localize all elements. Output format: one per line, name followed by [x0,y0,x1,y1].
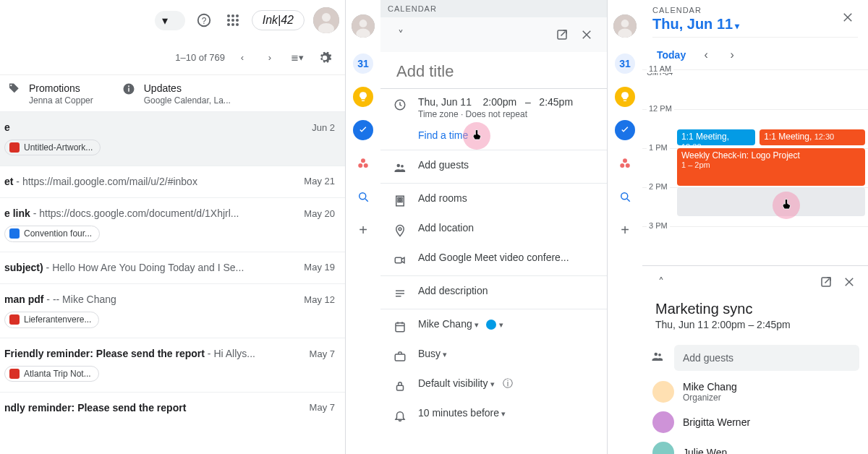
add-location-row[interactable]: Add location [380,215,607,244]
svg-point-60 [655,353,658,356]
tasks-rail-icon[interactable] [615,120,635,140]
cloud-search-rail-icon[interactable] [353,187,373,207]
find-a-time-link[interactable]: Find a time [418,129,468,141]
asana-rail-icon[interactable] [615,153,635,174]
prev-page-icon[interactable]: ‹ [232,48,252,68]
event-block[interactable]: 1:1 Meeting, 12:30p [677,129,755,145]
email-row[interactable]: ndly reminder: Please send the report Ma… [0,392,345,424]
gmail-top-bar: ▾ ? Ink|42 [0,0,345,40]
svg-line-54 [627,199,630,202]
add-rooms-row[interactable]: Add rooms [380,185,607,215]
date-picker[interactable]: Thu, Jun 11 [652,16,739,33]
add-rail-icon[interactable]: + [615,220,635,240]
popout-icon[interactable] [552,25,572,45]
calendar-rail-icon[interactable]: 31 [353,53,373,74]
event-title[interactable]: Marketing sync [642,298,868,317]
email-row[interactable]: et - https://mail.google.com/mail/u/2/#i… [0,166,345,198]
collapse-icon[interactable]: ˄ [651,272,671,292]
people-icon [392,159,408,174]
calendar-rail-icon[interactable]: 31 [615,53,635,74]
svg-point-6 [231,19,234,22]
rooms-icon [392,192,408,207]
email-row[interactable]: e link - https://docs.google.com/documen… [0,197,345,252]
help-icon[interactable]: ? [194,10,214,30]
user-avatar[interactable] [313,7,339,33]
guest-row[interactable]: Mike ChangOrganizer [642,377,868,407]
email-row[interactable]: man pdf - -- Mike Chang May 12 Lieferant… [0,283,345,338]
new-event-drag[interactable] [677,187,865,216]
svg-point-4 [236,14,239,17]
attachment-chip[interactable]: Convention four... [4,226,100,242]
email-row[interactable]: subject) - Hello How Are You Doing Today… [0,252,345,284]
today-button[interactable]: Today [652,48,690,62]
calendar-color-dot[interactable] [486,320,496,330]
attachment-chip[interactable]: Atlanta Trip Not... [4,366,99,382]
inbox-tabs: Promotions Jenna at Copper Updates Googl… [0,75,345,111]
next-page-icon[interactable]: › [260,48,280,68]
rail-avatar[interactable] [613,14,637,38]
close-icon[interactable] [839,272,859,292]
add-guests-input[interactable]: Add guests [674,345,859,371]
svg-point-21 [358,163,362,168]
keep-rail-icon[interactable] [353,87,373,107]
email-row[interactable]: Friendly reminder: Please send the repor… [0,338,345,392]
notification-row[interactable]: 10 minutes before [380,400,607,429]
svg-point-61 [658,354,661,356]
guest-row[interactable]: Brigitta Werner [642,407,868,437]
location-icon [392,222,408,237]
settings-gear-icon[interactable] [315,48,335,68]
apps-grid-icon[interactable] [223,10,243,30]
add-guests-row[interactable]: Add guests [380,152,607,181]
close-icon[interactable] [838,7,858,27]
svg-point-53 [621,193,628,200]
popout-icon[interactable] [816,272,836,292]
tab-promotions[interactable]: Promotions Jenna at Copper [7,82,93,106]
svg-point-3 [231,14,234,17]
event-block[interactable]: Weekly Check-in: Logo Project1 – 2pm [677,148,865,186]
svg-rect-34 [398,200,399,202]
add-meet-row[interactable]: Add Google Meet video confere... [380,244,607,274]
side-panel-label: CALENDAR [388,4,437,13]
add-rail-icon[interactable]: + [353,220,373,240]
keep-rail-icon[interactable] [615,87,635,107]
next-day-icon[interactable]: › [722,45,742,65]
density-icon[interactable]: ≣▾ [287,48,307,68]
svg-point-23 [359,193,366,200]
svg-line-24 [365,199,368,202]
event-block[interactable]: 1:1 Meeting, 12:30 [760,129,865,145]
rail-avatar[interactable] [352,14,375,38]
pagination-text: 1–10 of 769 [175,52,225,63]
visibility-row[interactable]: Default visibility ⓘ [380,370,607,400]
svg-text:?: ? [201,16,206,26]
close-icon[interactable] [576,25,597,45]
repeat-sub: Time zone · Does not repeat [418,109,595,119]
side-rail: 31 + [608,0,642,454]
svg-point-36 [399,228,401,231]
svg-point-22 [364,163,368,168]
add-description-row[interactable]: Add description [380,278,607,307]
collapse-icon[interactable]: ˅ [391,25,411,45]
email-date: Jun 2 [312,121,335,134]
tab-updates[interactable]: Updates Google Calendar, La... [122,82,231,106]
attachment-chip[interactable]: Lieferantenvere... [4,312,99,328]
tasks-rail-icon[interactable] [353,120,373,140]
when-row[interactable]: Thu, Jun 11 2:00pm – 2:45pm Time zone · … [380,89,607,148]
guest-row[interactable]: Julie Wen [642,437,868,454]
busy-row[interactable]: Busy [380,340,607,370]
svg-point-48 [621,20,629,27]
svg-point-29 [397,164,401,168]
prev-day-icon[interactable]: ‹ [696,45,716,65]
tab-title: Updates [144,82,231,94]
event-title-input[interactable] [380,52,607,89]
day-schedule[interactable]: GMT-04 11 AM 12 PM 1 PM 2 PM 3 PM 1:1 Me… [642,69,868,265]
visibility-help-icon[interactable]: ⓘ [503,377,513,389]
attachment-chip[interactable]: Untitled-Artwork... [4,140,101,156]
svg-rect-37 [395,257,401,263]
email-row[interactable]: e Jun 2 Untitled-Artwork... [0,111,345,166]
svg-rect-32 [398,198,399,200]
calendar-owner-row[interactable]: Mike Chang ▾ [380,311,607,340]
account-chip[interactable]: ▾ [155,11,185,30]
asana-rail-icon[interactable] [353,153,373,174]
cloud-search-rail-icon[interactable] [615,187,635,207]
svg-point-10 [236,23,239,26]
